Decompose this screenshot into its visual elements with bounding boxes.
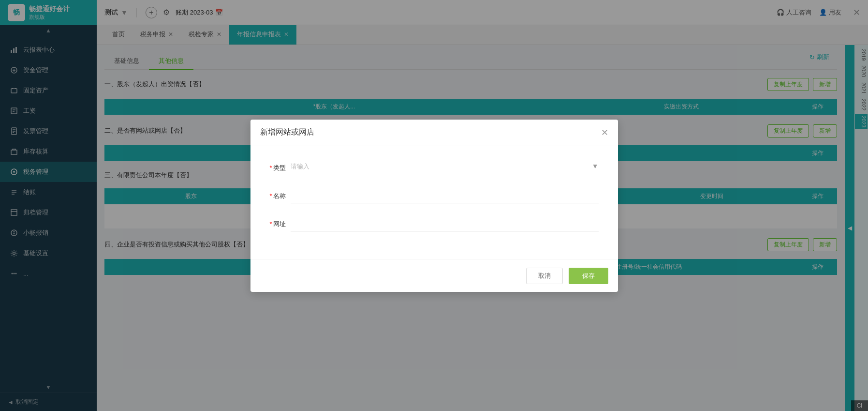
type-input[interactable] (291, 161, 599, 172)
name-label: *名称 (270, 192, 286, 200)
form-row-name: *名称 (270, 189, 599, 203)
chevron-down-icon: ▼ (592, 162, 599, 170)
form-row-inner: *网址 (270, 217, 599, 231)
form-row-inner: *类型 ▼ (270, 161, 599, 175)
url-label: *网址 (270, 220, 286, 228)
type-label: *类型 (270, 164, 286, 172)
url-input-wrap (291, 217, 599, 231)
save-button[interactable]: 保存 (569, 268, 608, 284)
form-row-inner: *名称 (270, 189, 599, 203)
modal-add-website: 新增网站或网店 ✕ *类型 ▼ *名 (250, 120, 618, 292)
form-row-url: *网址 (270, 217, 599, 231)
modal-close-button[interactable]: ✕ (601, 127, 608, 138)
name-input[interactable] (291, 189, 599, 200)
cancel-button[interactable]: 取消 (526, 268, 563, 284)
url-input[interactable] (291, 217, 599, 228)
form-row-type: *类型 ▼ (270, 161, 599, 175)
required-marker: * (270, 192, 272, 199)
modal-footer: 取消 保存 (250, 259, 618, 292)
name-input-wrap (291, 189, 599, 203)
required-marker: * (270, 164, 272, 171)
modal-header: 新增网站或网店 ✕ (250, 120, 618, 146)
modal-overlay[interactable]: 新增网站或网店 ✕ *类型 ▼ *名 (0, 0, 868, 411)
required-marker: * (270, 220, 272, 228)
modal-body: *类型 ▼ *名称 (250, 146, 618, 259)
type-input-wrap: ▼ (291, 161, 599, 175)
modal-title: 新增网站或网店 (260, 127, 314, 137)
